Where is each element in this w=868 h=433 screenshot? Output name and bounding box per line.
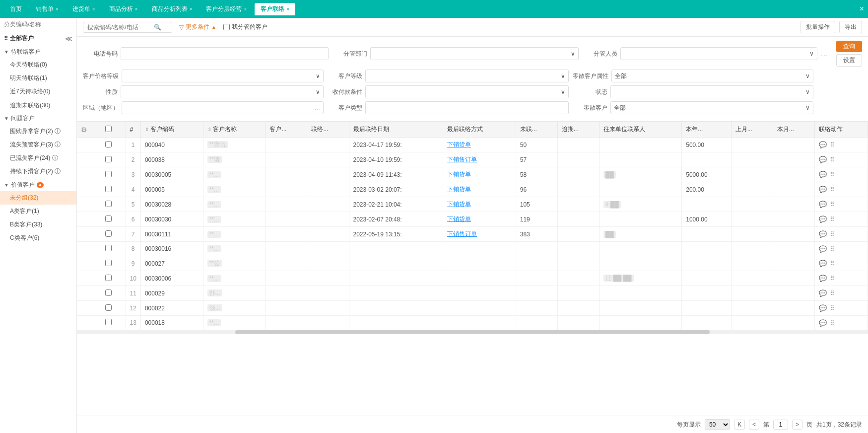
contact-way-link[interactable]: 下销货单: [447, 171, 471, 178]
message-icon[interactable]: 💬: [819, 260, 827, 267]
last-way-cell[interactable]: [443, 242, 516, 256]
nav-tab-home[interactable]: 首页: [4, 3, 28, 15]
checkbox-cell[interactable]: [101, 182, 126, 197]
nav-tab-customer-segment[interactable]: 客户分层经营 ×: [200, 3, 253, 15]
sidebar-item-declining[interactable]: 持续下滑客户(2) ⓘ: [0, 165, 76, 178]
last-way-cell[interactable]: [443, 256, 516, 271]
collapse-icon[interactable]: ≪: [65, 35, 72, 43]
row-checkbox[interactable]: [105, 245, 112, 251]
contact-way-link[interactable]: 下销售订单: [447, 230, 477, 237]
first-page-button[interactable]: K: [734, 420, 745, 430]
last-way-cell[interactable]: 下销售订单: [443, 227, 516, 242]
message-icon[interactable]: 💬: [819, 245, 827, 253]
message-icon[interactable]: 💬: [819, 156, 827, 163]
settings-icon[interactable]: ⚙: [81, 126, 87, 134]
checkbox-cell[interactable]: [101, 197, 126, 212]
checkbox-cell[interactable]: [101, 316, 126, 330]
sidebar-item-class-b[interactable]: B类客户(33): [0, 218, 76, 231]
row-checkbox[interactable]: [105, 171, 112, 177]
row-checkbox[interactable]: [105, 141, 112, 147]
message-icon[interactable]: 💬: [819, 289, 827, 297]
sidebar-item-today-pending[interactable]: 今天待联络(0): [0, 58, 76, 72]
last-way-cell[interactable]: 下销货单: [443, 138, 516, 152]
row-checkbox[interactable]: [105, 156, 112, 162]
checkbox-cell[interactable]: [101, 152, 126, 167]
sidebar-item-class-c[interactable]: C类客户(6): [0, 231, 76, 245]
horizontal-scrollbar[interactable]: [77, 330, 868, 334]
grid-action-icon[interactable]: ⠿: [830, 156, 835, 163]
code-column-header[interactable]: ⇕ 客户编码: [140, 122, 203, 138]
nav-tab-product-list[interactable]: 商品分析列表 ×: [146, 3, 199, 15]
checkbox-cell[interactable]: [101, 242, 126, 256]
row-checkbox[interactable]: [105, 289, 112, 296]
grid-action-icon[interactable]: ⠿: [830, 201, 835, 208]
last-way-cell[interactable]: [443, 316, 516, 330]
more-conditions-button[interactable]: ▽ 更多条件 ▲: [176, 21, 219, 33]
close-icon[interactable]: ×: [190, 6, 193, 12]
next-page-button[interactable]: >: [792, 420, 802, 430]
filter-price-level-select[interactable]: ∨: [122, 70, 324, 82]
sidebar-group-pending[interactable]: ▼ 待联络客户: [0, 46, 76, 58]
filter-manager-select[interactable]: ∨: [620, 47, 817, 60]
filter-dept-select[interactable]: ∨: [370, 47, 578, 60]
close-icon[interactable]: ×: [286, 6, 289, 12]
row-checkbox[interactable]: [105, 230, 112, 237]
search-box[interactable]: 🔍: [83, 22, 172, 33]
settings-column-header[interactable]: ⚙: [77, 122, 101, 138]
checkbox-cell[interactable]: [101, 227, 126, 242]
row-checkbox[interactable]: [105, 201, 112, 207]
checkbox-cell[interactable]: [101, 256, 126, 271]
sidebar-item-class-a[interactable]: A类客户(1): [0, 205, 76, 218]
grid-action-icon[interactable]: ⠿: [830, 186, 835, 193]
filter-customer-type-select[interactable]: [365, 101, 568, 114]
contact-way-link[interactable]: 下销货单: [447, 186, 471, 193]
close-icon[interactable]: ×: [244, 6, 247, 12]
checkbox-cell[interactable]: [101, 271, 126, 286]
close-icon[interactable]: ×: [56, 6, 59, 12]
last-way-cell[interactable]: 下销货单: [443, 167, 516, 182]
filter-payment-select[interactable]: ∨: [365, 85, 568, 98]
last-way-cell[interactable]: 下销货单: [443, 197, 516, 212]
grid-action-icon[interactable]: ⠿: [830, 275, 835, 282]
filter-retail-attr-select[interactable]: 全部 ∨: [611, 70, 813, 82]
grid-action-icon[interactable]: ⠿: [830, 260, 835, 267]
contact-way-link[interactable]: 下销货单: [447, 141, 471, 148]
more-icon[interactable]: …: [820, 49, 828, 58]
page-number-input[interactable]: [773, 420, 788, 430]
grid-action-icon[interactable]: ⠿: [830, 216, 835, 223]
grid-action-icon[interactable]: ⠿: [830, 171, 835, 178]
checkbox-cell[interactable]: [101, 286, 126, 301]
row-checkbox[interactable]: [105, 186, 112, 192]
sidebar-group-value[interactable]: ▼ 价值客户 ●: [0, 179, 76, 191]
grid-action-icon[interactable]: ⠿: [830, 141, 835, 148]
row-checkbox[interactable]: [105, 275, 112, 281]
name-column-header[interactable]: ⇕ 客户名称: [203, 122, 266, 138]
more-icon[interactable]: …: [314, 104, 320, 111]
filter-phone-input[interactable]: [121, 47, 329, 60]
last-way-cell[interactable]: 下销售订单: [443, 152, 516, 167]
sidebar-item-churned[interactable]: 已流失客户(24) ⓘ: [0, 151, 76, 165]
my-customers-check[interactable]: [223, 24, 230, 30]
nav-tab-purchase[interactable]: 进货单 ×: [67, 3, 101, 15]
sidebar-search-input[interactable]: [4, 21, 77, 28]
checkbox-cell[interactable]: [101, 212, 126, 227]
grid-action-icon[interactable]: ⠿: [830, 304, 835, 312]
message-icon[interactable]: 💬: [819, 216, 827, 223]
export-button[interactable]: 导出: [839, 21, 862, 33]
grid-action-icon[interactable]: ⠿: [830, 319, 835, 327]
last-way-cell[interactable]: 下销货单: [443, 212, 516, 227]
row-checkbox[interactable]: [105, 319, 112, 325]
grid-action-icon[interactable]: ⠿: [830, 245, 835, 253]
sidebar-item-overdue[interactable]: 逾期未联络(30): [0, 99, 76, 112]
message-icon[interactable]: 💬: [819, 230, 827, 238]
sidebar-all-customers[interactable]: ⠿ 全部客户 ≪: [0, 31, 76, 46]
sidebar-item-ungroup[interactable]: 未分组(32): [0, 191, 76, 205]
batch-operation-button[interactable]: 批量操作: [801, 21, 835, 33]
my-customers-checkbox[interactable]: 我分管的客户: [223, 23, 267, 31]
select-all-checkbox[interactable]: [105, 126, 112, 132]
message-icon[interactable]: 💬: [819, 201, 827, 208]
message-icon[interactable]: 💬: [819, 171, 827, 178]
grid-action-icon[interactable]: ⠿: [830, 289, 835, 297]
close-icon[interactable]: ×: [135, 6, 138, 12]
contact-way-link[interactable]: 下销货单: [447, 216, 471, 222]
